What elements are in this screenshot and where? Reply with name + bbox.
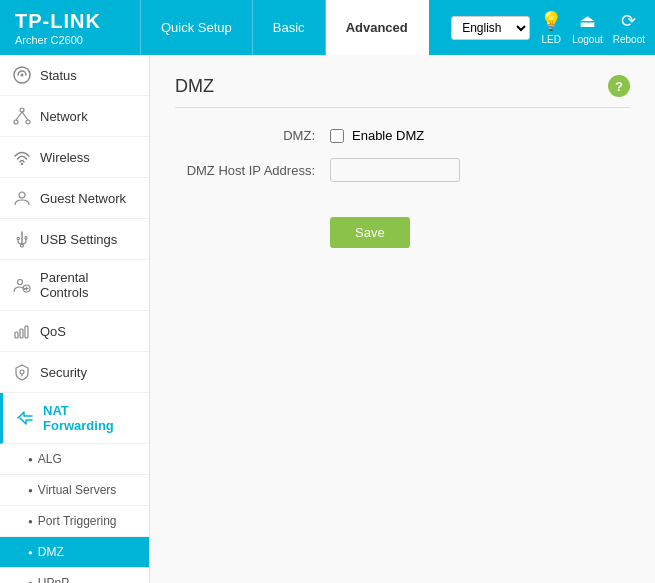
sidebar-sub-label-virtual-servers: Virtual Servers (38, 483, 116, 497)
sidebar-item-network[interactable]: Network (0, 96, 149, 137)
qos-icon (12, 321, 32, 341)
save-button[interactable]: Save (330, 217, 410, 248)
tab-quick-setup[interactable]: Quick Setup (140, 0, 253, 55)
sidebar-label-network: Network (40, 109, 88, 124)
dmz-value: Enable DMZ (330, 128, 424, 143)
language-select[interactable]: English Chinese (451, 16, 530, 40)
sidebar-label-security: Security (40, 365, 87, 380)
sidebar-sub-item-virtual-servers[interactable]: ● Virtual Servers (0, 475, 149, 506)
sidebar: Status Network (0, 55, 150, 583)
dmz-host-ip-row: DMZ Host IP Address: (175, 158, 630, 182)
sidebar-label-wireless: Wireless (40, 150, 90, 165)
sidebar-sub-item-dmz[interactable]: ● DMZ (0, 537, 149, 568)
sidebar-label-nat-forwarding: NAT Forwarding (43, 403, 137, 433)
svg-rect-18 (25, 326, 28, 338)
bullet-icon: ● (28, 579, 33, 584)
header: TP-LINK Archer C2600 Quick Setup Basic A… (0, 0, 655, 55)
sidebar-item-security[interactable]: Security (0, 352, 149, 393)
svg-rect-16 (15, 332, 18, 338)
sidebar-item-usb-settings[interactable]: USB Settings (0, 219, 149, 260)
sidebar-sub-label-alg: ALG (38, 452, 62, 466)
sidebar-item-qos[interactable]: QoS (0, 311, 149, 352)
dmz-host-ip-input[interactable] (330, 158, 460, 182)
sidebar-label-status: Status (40, 68, 77, 83)
dmz-form-row: DMZ: Enable DMZ (175, 128, 630, 143)
sidebar-sub-label-upnp: UPnP (38, 576, 69, 583)
dmz-label: DMZ: (175, 128, 315, 143)
led-label: LED (541, 34, 560, 45)
svg-line-5 (16, 112, 22, 120)
content-area: DMZ ? DMZ: Enable DMZ DMZ Host IP Addres… (150, 55, 655, 583)
wireless-icon (12, 147, 32, 167)
sidebar-item-guest-network[interactable]: Guest Network (0, 178, 149, 219)
reboot-label: Reboot (613, 34, 645, 45)
sidebar-sub-label-dmz: DMZ (38, 545, 64, 559)
dmz-host-ip-label: DMZ Host IP Address: (175, 163, 315, 178)
status-icon (12, 65, 32, 85)
logout-button[interactable]: ⏏ Logout (572, 10, 603, 45)
sidebar-label-usb-settings: USB Settings (40, 232, 117, 247)
sidebar-item-parental-controls[interactable]: Parental Controls (0, 260, 149, 311)
svg-point-11 (21, 244, 24, 247)
bullet-icon: ● (28, 517, 33, 526)
guest-network-icon (12, 188, 32, 208)
sidebar-label-parental-controls: Parental Controls (40, 270, 137, 300)
reboot-button[interactable]: ⟳ Reboot (613, 10, 645, 45)
tab-basic[interactable]: Basic (253, 0, 326, 55)
logo-area: TP-LINK Archer C2600 (10, 10, 140, 46)
enable-dmz-label: Enable DMZ (352, 128, 424, 143)
bullet-icon: ● (28, 548, 33, 557)
sidebar-item-wireless[interactable]: Wireless (0, 137, 149, 178)
logo-model: Archer C2600 (15, 34, 83, 46)
svg-point-19 (20, 370, 24, 374)
dmz-host-ip-value (330, 158, 460, 182)
page-title-bar: DMZ ? (175, 75, 630, 108)
svg-point-4 (26, 120, 30, 124)
tab-advanced[interactable]: Advanced (326, 0, 429, 55)
svg-line-6 (22, 112, 28, 120)
logo-tp-link: TP-LINK (15, 10, 101, 33)
svg-point-12 (18, 280, 23, 285)
parental-controls-icon (12, 275, 32, 295)
sidebar-sub-item-upnp[interactable]: ● UPnP (0, 568, 149, 583)
svg-point-2 (20, 108, 24, 112)
svg-point-8 (19, 192, 25, 198)
svg-rect-17 (20, 329, 23, 338)
sidebar-sub-item-port-triggering[interactable]: ● Port Triggering (0, 506, 149, 537)
bullet-icon: ● (28, 486, 33, 495)
sidebar-label-qos: QoS (40, 324, 66, 339)
help-icon[interactable]: ? (608, 75, 630, 97)
reboot-icon: ⟳ (621, 10, 636, 32)
svg-point-1 (21, 74, 24, 77)
main-layout: Status Network (0, 55, 655, 583)
network-icon (12, 106, 32, 126)
sidebar-sub-item-alg[interactable]: ● ALG (0, 444, 149, 475)
sidebar-item-status[interactable]: Status (0, 55, 149, 96)
logout-icon: ⏏ (579, 10, 596, 32)
usb-icon (12, 229, 32, 249)
nat-forwarding-icon (15, 408, 35, 428)
security-icon (12, 362, 32, 382)
enable-dmz-checkbox[interactable] (330, 129, 344, 143)
header-right: English Chinese 💡 LED ⏏ Logout ⟳ Reboot (451, 10, 645, 45)
led-icon: 💡 (540, 10, 562, 32)
led-button[interactable]: 💡 LED (540, 10, 562, 45)
sidebar-sub-label-port-triggering: Port Triggering (38, 514, 117, 528)
svg-point-7 (21, 163, 23, 165)
bullet-icon: ● (28, 455, 33, 464)
nav-tabs: Quick Setup Basic Advanced (140, 0, 451, 55)
sidebar-label-guest-network: Guest Network (40, 191, 126, 206)
sidebar-item-nat-forwarding[interactable]: NAT Forwarding (0, 393, 149, 444)
logout-label: Logout (572, 34, 603, 45)
page-title: DMZ (175, 76, 214, 97)
svg-point-3 (14, 120, 18, 124)
